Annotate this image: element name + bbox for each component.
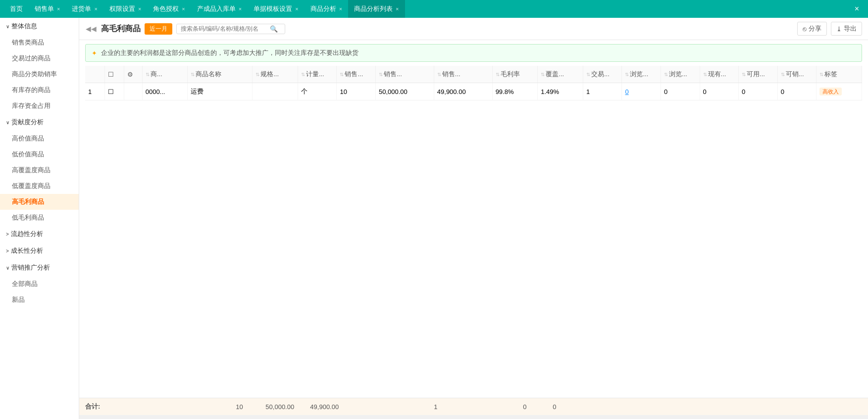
- filter-recent-month-button[interactable]: 近一月: [145, 23, 172, 35]
- col-header-14: ⇅浏览...: [661, 66, 700, 83]
- nav-close-icon[interactable]: ×: [295, 6, 298, 12]
- col-label: 现有...: [708, 70, 726, 79]
- sidebar-group-贡献度分析[interactable]: ∨贡献度分析: [0, 114, 79, 131]
- nav-close-icon[interactable]: ×: [239, 6, 242, 12]
- footer-sales-qty: 10: [233, 403, 262, 411]
- col-label: 商品名称: [196, 70, 221, 79]
- bottom-scrollbar[interactable]: [79, 415, 868, 419]
- cell-1[interactable]: ☐: [104, 83, 124, 100]
- info-icon: ✦: [92, 49, 97, 57]
- col-label: 可销...: [786, 70, 804, 79]
- col-label: 规格...: [260, 70, 279, 79]
- cell-4: 运费: [188, 83, 253, 100]
- col-label: 商...: [151, 70, 162, 79]
- window-close-button[interactable]: ×: [850, 4, 864, 13]
- col-header-7: ⇅销售...: [337, 66, 376, 83]
- col-header-2[interactable]: ⚙: [124, 66, 143, 83]
- sort-icon[interactable]: ⇅: [191, 72, 195, 77]
- main-layout: ∨整体信息销售类商品交易过的商品商品分类助销率有库存的商品库存资金占用∨贡献度分…: [0, 18, 868, 419]
- col-label: 毛利率: [501, 70, 520, 79]
- nav-close-icon[interactable]: ×: [94, 6, 97, 12]
- cell-13[interactable]: 0: [622, 83, 661, 100]
- collapse-sidebar-button[interactable]: ◀◀: [85, 23, 97, 35]
- sort-icon[interactable]: ⇅: [379, 72, 383, 77]
- nav-item-进货单[interactable]: 进货单×: [66, 0, 103, 18]
- footer-available1: 0: [520, 403, 550, 411]
- col-label: ⚙: [127, 71, 133, 78]
- sort-icon[interactable]: ⇅: [541, 72, 545, 77]
- nav-item-销售单[interactable]: 销售单×: [29, 0, 66, 18]
- sidebar-item-全部商品[interactable]: 全部商品: [0, 276, 79, 292]
- nav-close-icon[interactable]: ×: [182, 6, 185, 12]
- sidebar-item-库存资金占用[interactable]: 库存资金占用: [0, 98, 79, 114]
- sort-icon[interactable]: ⇅: [301, 72, 305, 77]
- col-label: 销售...: [442, 70, 460, 79]
- sort-icon[interactable]: ⇅: [437, 72, 441, 77]
- col-label: 交易...: [591, 70, 610, 79]
- chevron-icon: ∨: [6, 265, 9, 271]
- sort-icon[interactable]: ⇅: [664, 72, 668, 77]
- col-header-13: ⇅浏览...: [622, 66, 661, 83]
- sidebar-item-销售类商品[interactable]: 销售类商品: [0, 35, 79, 50]
- sidebar-group-label: 成长性分析: [11, 246, 43, 255]
- search-input[interactable]: [181, 25, 270, 32]
- nav-item-权限设置[interactable]: 权限设置×: [103, 0, 147, 18]
- nav-item-商品分析列表[interactable]: 商品分析列表×: [348, 0, 405, 18]
- sidebar-item-高毛利商品[interactable]: 高毛利商品: [0, 194, 79, 210]
- col-header-1[interactable]: ☐: [104, 66, 124, 83]
- search-icon[interactable]: 🔍: [270, 25, 278, 33]
- nav-item-商品分析[interactable]: 商品分析×: [305, 0, 348, 18]
- sort-icon[interactable]: ⇅: [625, 72, 629, 77]
- nav-close-icon[interactable]: ×: [339, 6, 342, 12]
- nav-item-角色授权[interactable]: 角色授权×: [147, 0, 191, 18]
- sidebar-item-商品分类助销率[interactable]: 商品分类助销率: [0, 66, 79, 82]
- nav-close-icon[interactable]: ×: [138, 6, 141, 12]
- sidebar-item-新品[interactable]: 新品: [0, 292, 79, 308]
- col-label: ☐: [108, 71, 114, 78]
- col-label: 可用...: [747, 70, 765, 79]
- link-value[interactable]: 0: [625, 88, 628, 95]
- cell-10: 99.8%: [492, 83, 538, 100]
- footer-totals: 合计: 10 50,000.00 49,900.00 1 0 0: [79, 398, 868, 415]
- table-body: 1☐0000...运费个1050,000.0049,900.0099.8%1.4…: [85, 83, 862, 100]
- sort-icon[interactable]: ⇅: [742, 72, 746, 77]
- sort-icon[interactable]: ⇅: [703, 72, 707, 77]
- sort-icon[interactable]: ⇅: [586, 72, 590, 77]
- data-table: ☐⚙⇅商...⇅商品名称⇅规格...⇅计量...⇅销售...⇅销售...⇅销售.…: [85, 66, 862, 100]
- nav-item-单据模板设置[interactable]: 单据模板设置×: [248, 0, 304, 18]
- sidebar-group-label: 整体信息: [11, 22, 37, 31]
- sidebar-item-交易过的商品[interactable]: 交易过的商品: [0, 50, 79, 66]
- col-header-4: ⇅商品名称: [188, 66, 253, 83]
- sidebar-item-高价值商品[interactable]: 高价值商品: [0, 131, 79, 146]
- chevron-icon: ∨: [6, 24, 9, 29]
- sidebar-item-低价值商品[interactable]: 低价值商品: [0, 146, 79, 162]
- nav-close-icon[interactable]: ×: [57, 6, 60, 12]
- col-header-16: ⇅可用...: [739, 66, 778, 83]
- sidebar-group-整体信息[interactable]: ∨整体信息: [0, 18, 79, 35]
- cell-6: 个: [298, 83, 337, 100]
- sort-icon[interactable]: ⇅: [255, 72, 259, 77]
- nav-item-产成品入库单[interactable]: 产成品入库单×: [191, 0, 248, 18]
- share-button[interactable]: ⎋ 分享: [797, 22, 827, 36]
- export-icon: ⤓: [836, 25, 842, 33]
- sort-icon[interactable]: ⇅: [146, 72, 150, 77]
- sidebar-item-低毛利商品[interactable]: 低毛利商品: [0, 210, 79, 226]
- nav-close-icon[interactable]: ×: [396, 6, 399, 12]
- cell-0: 1: [85, 83, 104, 100]
- sort-icon[interactable]: ⇅: [819, 72, 823, 77]
- cell-18: 高收入: [817, 83, 862, 100]
- nav-item-首页[interactable]: 首页: [4, 0, 29, 18]
- sidebar-group-营销推广分析[interactable]: ∨营销推广分析: [0, 259, 79, 276]
- sort-icon[interactable]: ⇅: [496, 72, 500, 77]
- col-label: 浏览...: [669, 70, 687, 79]
- cell-17: 0: [777, 83, 817, 100]
- export-button[interactable]: ⤓ 导出: [831, 22, 862, 36]
- sidebar-group-成长性分析[interactable]: >成长性分析: [0, 242, 79, 259]
- sidebar-item-有库存的商品[interactable]: 有库存的商品: [0, 82, 79, 98]
- col-header-17: ⇅可销...: [777, 66, 817, 83]
- sidebar-group-流趋性分析[interactable]: >流趋性分析: [0, 226, 79, 242]
- sort-icon[interactable]: ⇅: [781, 72, 785, 77]
- sort-icon[interactable]: ⇅: [340, 72, 344, 77]
- sidebar-item-低覆盖度商品[interactable]: 低覆盖度商品: [0, 178, 79, 194]
- sidebar-item-高覆盖度商品[interactable]: 高覆盖度商品: [0, 162, 79, 178]
